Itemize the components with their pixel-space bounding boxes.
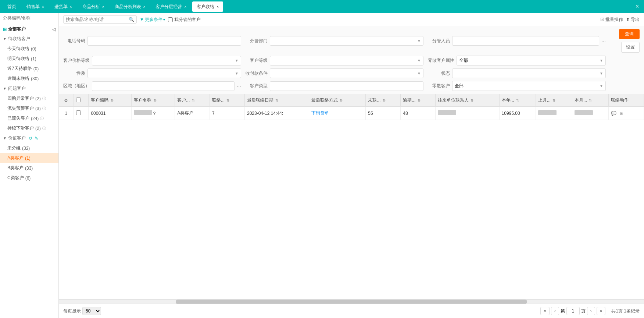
export-button[interactable]: ⬆ 导出: [626, 17, 640, 23]
settings-button[interactable]: 设置: [621, 42, 640, 53]
tab-customer-tier[interactable]: 客户分层经营 ×: [151, 1, 191, 12]
search-submit-icon[interactable]: 🔍: [129, 17, 134, 22]
dept-select[interactable]: ▼: [270, 36, 423, 46]
col-customer-name[interactable]: 客户名称 ⇅: [132, 94, 175, 107]
sidebar-item-class-a[interactable]: A类客户(1): [0, 153, 58, 163]
sort-no-contact-icon: ⇅: [383, 98, 386, 102]
refresh-value-icon[interactable]: ↺: [29, 136, 32, 141]
select-all-checkbox[interactable]: [76, 98, 81, 102]
sidebar-item-tomorrow-contact[interactable]: 明天待联络(1): [0, 54, 58, 64]
prev-page-button[interactable]: ‹: [551, 307, 559, 315]
close-purchase-order-icon[interactable]: ×: [70, 5, 72, 9]
more-filters-button[interactable]: ▼ 更多条件 ▾: [140, 17, 165, 23]
my-customers-checkbox[interactable]: [168, 17, 173, 22]
person-more-icon[interactable]: ···: [601, 38, 606, 44]
sidebar-item-class-c[interactable]: C类客户(6): [0, 173, 58, 183]
row-checkbox[interactable]: [76, 110, 81, 115]
close-product-analysis-list-icon[interactable]: ×: [143, 5, 146, 9]
col-customer-type[interactable]: 客户... ⇅: [175, 94, 210, 107]
region-more-icon[interactable]: ···: [237, 83, 241, 89]
sidebar-item-7day-contact[interactable]: 近7天待联络(0): [0, 64, 58, 74]
col-contact-action: 联络动作: [608, 94, 644, 107]
scattered-attr-select[interactable]: 全部 ▼: [457, 56, 606, 66]
pending-contact-section[interactable]: ▼ 待联络客户: [0, 34, 58, 44]
collapse-sidebar-icon[interactable]: ◁: [52, 27, 56, 32]
cell-unit-contact: [436, 107, 500, 120]
tab-purchase-order[interactable]: 进货单 ×: [50, 1, 76, 12]
cell-contact-action[interactable]: 💬 ⊞: [608, 107, 644, 120]
col-no-contact[interactable]: 未联... ⇅: [366, 94, 401, 107]
col-last-month[interactable]: 上月... ⇅: [536, 94, 572, 107]
close-customer-tier-icon[interactable]: ×: [184, 5, 186, 9]
payment-select[interactable]: ▼: [270, 68, 423, 78]
phone-input[interactable]: [87, 36, 241, 46]
window-close-button[interactable]: ×: [633, 3, 641, 11]
category-search-input[interactable]: [3, 15, 58, 21]
sidebar-item-churned[interactable]: 已流失客户(24)ⓘ: [0, 113, 58, 123]
per-page-select[interactable]: 50 20 100: [82, 307, 101, 315]
sidebar-item-today-contact[interactable]: 今天待联络(0): [0, 44, 58, 54]
tab-product-analysis[interactable]: 商品分析 ×: [78, 1, 109, 12]
col-unit-contact[interactable]: 往来单位联系人 ⇅: [436, 94, 500, 107]
cell-this-year: 10995.00: [499, 107, 536, 120]
scrollbar-thumb[interactable]: [176, 300, 527, 304]
sort-overdue-icon: ⇅: [418, 98, 421, 102]
col-customer-code[interactable]: 客户编码 ⇅: [89, 94, 132, 107]
close-sales-order-icon[interactable]: ×: [42, 5, 44, 9]
sidebar-item-repurchase-abnormal[interactable]: 回购异常客户(2)ⓘ: [0, 93, 58, 103]
horizontal-scrollbar[interactable]: [59, 299, 644, 304]
sidebar-search-row: 🔍: [0, 13, 58, 23]
qr-icon[interactable]: ⊞: [620, 111, 623, 116]
col-checkbox: [74, 94, 89, 107]
col-this-month[interactable]: 本月... ⇅: [572, 94, 608, 107]
value-customers-section[interactable]: ▼ 价值客户 ↺ ✎: [0, 133, 58, 143]
col-last-contact-method[interactable]: 最后联络方式 ⇅: [309, 94, 366, 107]
info-icon-4: ⓘ: [42, 126, 46, 131]
page-number-input[interactable]: [566, 307, 580, 315]
batch-operations-button[interactable]: ☑ 批量操作: [600, 17, 623, 23]
region-select[interactable]: [92, 81, 235, 91]
status-select[interactable]: ▼: [452, 68, 606, 78]
close-customer-contact-icon[interactable]: ×: [217, 5, 219, 9]
last-page-button[interactable]: »: [597, 307, 606, 315]
price-grade-select[interactable]: ▼: [92, 56, 241, 66]
sidebar-item-churn-warning[interactable]: 流失预警客户(3)ⓘ: [0, 103, 58, 113]
close-product-analysis-icon[interactable]: ×: [102, 5, 104, 9]
customer-grade-arrow: ▼: [417, 59, 421, 63]
contact-method-link[interactable]: 下销货单: [311, 110, 329, 116]
query-button[interactable]: 查询: [619, 29, 640, 39]
cell-checkbox[interactable]: [74, 107, 89, 120]
customer-grade-select[interactable]: ▼: [270, 56, 423, 66]
tab-sales-order[interactable]: 销售单 ×: [22, 1, 49, 12]
tab-customer-contact[interactable]: 客户联络 ×: [192, 1, 223, 12]
export-icon: ⬆: [626, 17, 630, 22]
col-contact-count[interactable]: 联络... ⇅: [210, 94, 245, 107]
comment-icon[interactable]: 💬: [611, 111, 616, 116]
edit-value-icon[interactable]: ✎: [35, 136, 38, 141]
info-icon-3: ⓘ: [40, 116, 44, 121]
person-select[interactable]: [452, 36, 599, 46]
all-customers-header: ⊞ 全部客户 ◁: [0, 23, 58, 34]
sidebar-item-class-b[interactable]: B类客户(33): [0, 163, 58, 173]
customer-type-input[interactable]: [270, 81, 423, 91]
search-input[interactable]: [66, 17, 127, 22]
col-last-contact-date[interactable]: 最后联络日期 ⇅: [245, 94, 309, 107]
sidebar-item-ungrouped[interactable]: 未分组(32): [0, 143, 58, 153]
tab-product-analysis-list[interactable]: 商品分析列表 ×: [110, 1, 150, 12]
sidebar-item-declining[interactable]: 持续下滑客户(2)ⓘ: [0, 123, 58, 133]
next-page-button[interactable]: ›: [587, 307, 595, 315]
first-page-button[interactable]: «: [540, 307, 550, 315]
col-gear[interactable]: ⚙: [59, 94, 74, 107]
tab-home[interactable]: 首页: [3, 1, 21, 12]
problem-customers-section[interactable]: ▼ 问题客户: [0, 84, 58, 93]
col-this-year[interactable]: 本年... ⇅: [499, 94, 536, 107]
sidebar-item-overdue-contact[interactable]: 逾期未联络(30): [0, 74, 58, 84]
nature-select[interactable]: ▼: [87, 68, 241, 78]
table-settings-icon[interactable]: ⚙: [64, 98, 68, 103]
cell-last-contact-date: 2023-04-12 14:44:: [245, 107, 309, 120]
cell-last-contact-method[interactable]: 下销货单: [309, 107, 366, 120]
col-overdue[interactable]: 逾期... ⇅: [401, 94, 436, 107]
scattered-customer-select[interactable]: 全部 ▼: [452, 81, 606, 91]
cell-overdue: 48: [401, 107, 436, 120]
this-month-blurred: [575, 110, 593, 115]
